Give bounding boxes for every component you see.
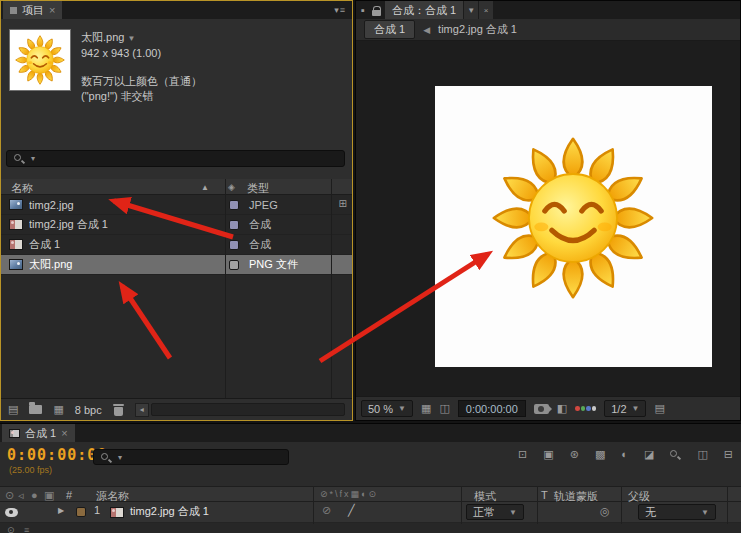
breadcrumb-current[interactable]: timg2.jpg 合成 1 — [438, 22, 517, 37]
column-header-type[interactable]: 类型 — [247, 181, 269, 196]
timeline-controls: 0:00:00:00 (25.00 fps) ▾ ⊡ ▣ ⊛ ▩ ◐ ◪ ◫ ⊟ — [0, 442, 741, 486]
footage-dimensions: 942 x 943 (1.00) — [81, 46, 202, 61]
scroll-left-icon[interactable]: ◂ — [135, 403, 149, 417]
timeline-column-headers: ⊙ ◃ ● ▣ # 源名称 ⊘*\fx▦◐⊙ 模式 T 轨道蒙版 父级 — [0, 486, 741, 502]
label-column-icon[interactable]: ◈ — [228, 182, 235, 192]
channel-icon[interactable] — [575, 406, 596, 411]
mask-visibility-icon[interactable]: ◫ — [439, 403, 449, 414]
label-color-chip[interactable] — [229, 260, 239, 270]
composition-canvas[interactable] — [435, 86, 712, 367]
frame-blending-icon[interactable]: ▩ — [595, 449, 605, 460]
column-header-preserve[interactable]: T — [541, 489, 548, 501]
interpret-footage-icon[interactable]: ▤ — [8, 404, 18, 415]
motion-blur-icon[interactable]: ◐ — [621, 449, 628, 460]
lock-icon[interactable] — [369, 1, 384, 19]
composition-tab[interactable]: 合成：合成 1 — [385, 1, 463, 19]
show-snapshot-icon[interactable]: ◧ — [557, 403, 567, 414]
fast-previews-icon[interactable]: ▤ — [654, 403, 664, 414]
timeline-toolbar: ⊡ ▣ ⊛ ▩ ◐ ◪ ◫ ⊟ — [518, 449, 733, 460]
project-row-timg2[interactable]: timg2.jpg JPEG ⊞ — [1, 195, 352, 215]
composition-icon — [110, 507, 124, 520]
audio-column-icon: ◃ — [18, 489, 24, 502]
expand-columns-icon[interactable]: ≡ — [24, 525, 29, 533]
item-type: PNG 文件 — [249, 257, 298, 272]
footage-color-depth: 数百万以上颜色（直通） — [81, 74, 202, 89]
item-name: timg2.jpg 合成 1 — [29, 217, 215, 232]
parent-select[interactable]: 无 ▼ — [638, 504, 716, 520]
panel-options-icon[interactable]: ⊟ — [724, 449, 733, 460]
delete-icon[interactable] — [113, 404, 124, 416]
grid-and-guides-icon[interactable]: ▦ — [421, 403, 431, 414]
chevron-down-icon[interactable]: ▾ — [118, 453, 122, 462]
draft-3d-icon[interactable]: ▣ — [543, 449, 553, 460]
label-color-chip[interactable] — [229, 200, 239, 210]
footage-name[interactable]: 太阳.png — [81, 31, 124, 43]
layer-visibility-icon[interactable] — [5, 507, 18, 519]
close-icon[interactable]: × — [479, 1, 493, 19]
composition-viewer[interactable] — [356, 41, 740, 396]
timeline-layer-row[interactable]: ▶ 1 timg2.jpg 合成 1 ⊘ ╱ 正常 ▼ ◎ 无 ▼ — [0, 502, 741, 523]
sun-layer-image[interactable] — [485, 130, 661, 306]
graph-editor-icon[interactable]: ◪ — [644, 449, 654, 460]
composition-footer: 50 % ▼ ▦ ◫ 0:00:00:00 ◧ 1/2 ▼ ▤ — [356, 396, 740, 420]
toggle-switches-icon[interactable]: ⊙ — [7, 525, 15, 533]
region-of-interest-icon[interactable]: ◫ — [697, 449, 707, 460]
close-icon[interactable]: × — [49, 5, 55, 16]
flowchart-icon[interactable]: ⊞ — [339, 199, 347, 209]
timeline-panel: 合成 1 × 0:00:00:00 (25.00 fps) ▾ ⊡ ▣ ⊛ ▩ … — [0, 423, 741, 533]
project-tab[interactable]: 项目 × — [3, 1, 62, 19]
composition-tab-label: 合成：合成 1 — [392, 3, 456, 18]
composition-icon — [9, 239, 23, 250]
snapshot-icon[interactable] — [534, 404, 549, 414]
zoom-tool-icon[interactable] — [670, 449, 681, 460]
footage-thumbnail[interactable] — [9, 29, 71, 91]
close-icon[interactable]: × — [61, 428, 67, 439]
scrollbar-track[interactable] — [151, 403, 345, 416]
timeline-tab[interactable]: 合成 1 × — [2, 424, 75, 442]
project-list-header[interactable]: 名称 ▲ ◈ 类型 — [1, 179, 352, 195]
project-panel: 项目 × ▾≡ 太阳.png ▼ 942 x 943 (1.00) 数百万以上颜… — [0, 0, 353, 421]
column-header-name[interactable]: 名称 — [11, 181, 33, 196]
tab-dropdown-icon[interactable]: ▼ — [464, 1, 478, 19]
project-bit-depth[interactable]: 8 bpc — [75, 404, 102, 416]
switches-column-icons: ⊘*\fx▦◐⊙ — [320, 489, 378, 499]
resolution-select[interactable]: 1/2 ▼ — [604, 400, 646, 417]
zoom-select[interactable]: 50 % ▼ — [361, 400, 413, 417]
label-color-chip[interactable] — [229, 220, 239, 230]
label-color-chip[interactable] — [229, 240, 239, 250]
column-divider — [313, 486, 314, 524]
chevron-down-icon[interactable]: ▼ — [127, 34, 135, 43]
solo-column-icon: ● — [31, 489, 38, 501]
rasterize-switch-icon[interactable]: ╱ — [348, 504, 355, 517]
search-icon — [14, 153, 25, 164]
project-row-sun-selected[interactable]: 太阳.png PNG 文件 — [1, 255, 352, 275]
preview-time[interactable]: 0:00:00:00 — [458, 400, 526, 417]
item-name: timg2.jpg — [29, 199, 215, 211]
project-tabbar: 项目 × ▾≡ — [1, 1, 352, 19]
project-item-list: 名称 ▲ ◈ 类型 timg2.jpg JPEG ⊞ timg2.jpg 合成 … — [1, 179, 352, 398]
sort-ascending-icon[interactable]: ▲ — [201, 183, 209, 192]
project-row-comp1[interactable]: 合成 1 合成 — [1, 235, 352, 255]
chevron-down-icon: ▼ — [509, 508, 517, 517]
chevron-down-icon[interactable]: ▾ — [31, 154, 35, 163]
quality-switch-icon[interactable]: ⊘ — [322, 504, 331, 517]
horizontal-scrollbar[interactable]: ◂ — [135, 403, 345, 417]
layer-name[interactable]: timg2.jpg 合成 1 — [130, 504, 209, 519]
layer-expand-icon[interactable]: ▶ — [58, 506, 64, 515]
project-row-timg2-comp[interactable]: timg2.jpg 合成 1 合成 — [1, 215, 352, 235]
new-composition-icon[interactable]: ▦ — [53, 404, 63, 415]
panel-menu-icon[interactable]: ▾≡ — [328, 1, 352, 19]
parent-pickwhip-icon[interactable]: ◎ — [600, 506, 610, 517]
project-search-input[interactable]: ▾ — [6, 150, 345, 167]
search-icon — [101, 452, 112, 463]
hide-shy-layers-icon[interactable]: ⊛ — [570, 449, 579, 460]
layer-label-chip[interactable] — [76, 507, 86, 517]
blend-mode-select[interactable]: 正常 ▼ — [466, 504, 524, 520]
mini-flowchart-icon[interactable]: ⊡ — [518, 449, 527, 460]
timeline-search-input[interactable]: ▾ — [93, 449, 289, 465]
composition-panel: ▪ 合成：合成 1 ▼ × 合成 1 ◀ timg2.jpg 合成 1 50 %… — [355, 0, 741, 421]
new-folder-icon[interactable] — [29, 405, 42, 414]
column-header-index[interactable]: # — [66, 489, 72, 501]
breadcrumb-comp-button[interactable]: 合成 1 — [364, 20, 415, 39]
visibility-column-icon: ⊙ — [5, 489, 14, 502]
